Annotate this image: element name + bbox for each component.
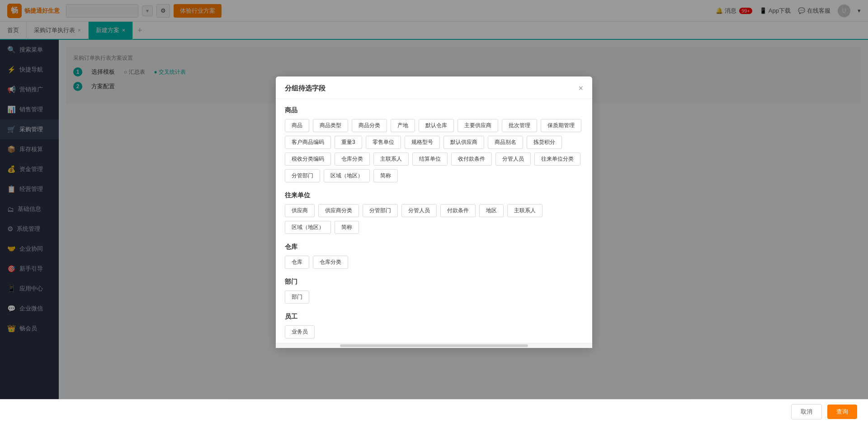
- dialog-body: 商品商品商品类型商品分类产地默认仓库主要供应商批次管理保质期管理客户商品编码重量…: [276, 99, 592, 343]
- field-tag[interactable]: 主联系人: [373, 152, 409, 166]
- field-grid: 业务员: [285, 325, 583, 338]
- field-grid: 供应商供应商分类分管部门分管人员付款条件地区主联系人区域（地区）简称: [285, 204, 583, 234]
- field-tag[interactable]: 分管人员: [495, 152, 531, 166]
- modal-overlay[interactable]: 分组待选字段 × 商品商品商品类型商品分类产地默认仓库主要供应商批次管理保质期管…: [0, 0, 868, 424]
- field-tag[interactable]: 商品别名: [488, 136, 523, 149]
- field-tag[interactable]: 供应商: [285, 204, 315, 217]
- dialog-section-仓库: 仓库仓库仓库分类: [285, 243, 583, 269]
- field-tag[interactable]: 简称: [335, 221, 359, 234]
- dialog-scrollbar[interactable]: [276, 343, 592, 348]
- field-tag[interactable]: 往来单位分类: [534, 152, 580, 166]
- field-tag[interactable]: 税收分类编码: [285, 152, 331, 166]
- field-tag[interactable]: 结算单位: [412, 152, 448, 166]
- field-tag[interactable]: 产地: [391, 119, 415, 132]
- field-tag[interactable]: 规格型号: [405, 136, 440, 149]
- field-tag[interactable]: 重量3: [335, 136, 362, 149]
- field-grid: 仓库仓库分类: [285, 256, 583, 269]
- field-tag[interactable]: 默认供应商: [443, 136, 484, 149]
- dialog-section-商品: 商品商品商品类型商品分类产地默认仓库主要供应商批次管理保质期管理客户商品编码重量…: [285, 106, 583, 182]
- field-tag[interactable]: 分管部门: [285, 169, 320, 182]
- dialog-header: 分组待选字段 ×: [276, 76, 592, 99]
- dialog-section-员工: 员工业务员: [285, 313, 583, 338]
- section-title: 仓库: [285, 243, 583, 251]
- field-tag[interactable]: 商品分类: [352, 119, 387, 132]
- field-tag[interactable]: 零售单位: [366, 136, 401, 149]
- confirm-button[interactable]: 查询: [827, 405, 857, 419]
- field-grid: 商品商品类型商品分类产地默认仓库主要供应商批次管理保质期管理客户商品编码重量3零…: [285, 119, 583, 182]
- field-tag[interactable]: 商品类型: [313, 119, 348, 132]
- field-tag[interactable]: 主联系人: [507, 204, 542, 217]
- dialog-title: 分组待选字段: [285, 84, 326, 93]
- field-tag[interactable]: 付款条件: [440, 204, 476, 217]
- field-tag[interactable]: 分管部门: [363, 204, 398, 217]
- field-tag[interactable]: 主要供应商: [458, 119, 498, 132]
- field-tag[interactable]: 收付款条件: [451, 152, 492, 166]
- field-tag[interactable]: 保质期管理: [541, 119, 581, 132]
- field-tag[interactable]: 仓库: [285, 256, 309, 269]
- field-tag[interactable]: 分管人员: [401, 204, 437, 217]
- bottom-bar: 取消 查询: [0, 399, 868, 424]
- field-tag[interactable]: 简称: [373, 169, 398, 182]
- field-tag[interactable]: 批次管理: [502, 119, 537, 132]
- section-title: 商品: [285, 106, 583, 114]
- dialog-scrollbar-thumb: [340, 344, 528, 347]
- section-title: 往来单位: [285, 191, 583, 200]
- dialog-section-往来单位: 往来单位供应商供应商分类分管部门分管人员付款条件地区主联系人区域（地区）简称: [285, 191, 583, 234]
- dialog: 分组待选字段 × 商品商品商品类型商品分类产地默认仓库主要供应商批次管理保质期管…: [276, 76, 592, 348]
- field-tag[interactable]: 仓库分类: [335, 152, 370, 166]
- field-tag[interactable]: 默认仓库: [419, 119, 454, 132]
- section-title: 员工: [285, 313, 583, 321]
- field-tag[interactable]: 供应商分类: [318, 204, 359, 217]
- field-tag[interactable]: 拣货积分: [527, 136, 562, 149]
- field-tag[interactable]: 部门: [285, 291, 309, 304]
- cancel-button[interactable]: 取消: [791, 404, 822, 419]
- field-tag[interactable]: 仓库分类: [313, 256, 348, 269]
- dialog-section-部门: 部门部门: [285, 278, 583, 304]
- field-tag[interactable]: 商品: [285, 119, 309, 132]
- field-grid: 部门: [285, 291, 583, 304]
- field-tag[interactable]: 业务员: [285, 325, 315, 338]
- field-tag[interactable]: 客户商品编码: [285, 136, 331, 149]
- field-tag[interactable]: 地区: [479, 204, 504, 217]
- section-title: 部门: [285, 278, 583, 286]
- dialog-close-button[interactable]: ×: [578, 84, 583, 93]
- field-tag[interactable]: 区域（地区）: [324, 169, 370, 182]
- field-tag[interactable]: 区域（地区）: [285, 221, 331, 234]
